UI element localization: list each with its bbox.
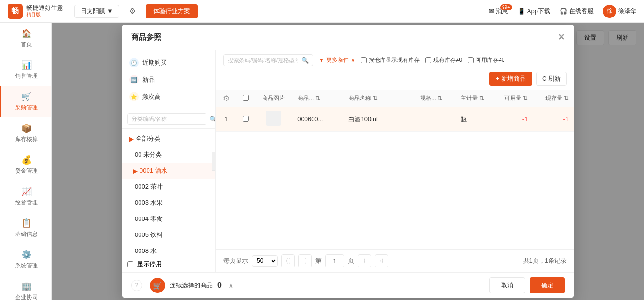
th-avail[interactable]: 可用量 ⇅ [493,90,534,107]
th-spec[interactable]: 规格... ⇅ [414,90,455,107]
quick-recent[interactable]: 🕐 近期购买 [122,54,215,71]
product-table-wrap: ⚙ 商品图片 商品... ⇅ [216,90,574,249]
quick-access: 🕐 近期购买 🆕 新品 ⭐ 频次高 [122,50,215,109]
th-code[interactable]: 商品... ⇅ [292,90,343,107]
home-icon: 🏠 [21,28,32,39]
table-row[interactable]: 1 000600... 白酒100ml [216,107,574,132]
category-search-icon[interactable]: 🔍 [209,116,216,123]
modal-title: 商品参照 [131,33,161,42]
collapse-icon: 《 [213,158,216,165]
category-all[interactable]: ▶ 全部分类 [122,131,215,147]
category-search-input[interactable] [127,113,206,125]
row-name: 白酒100ml [343,107,414,132]
stock-nonzero-check[interactable]: 现有库存≠0 [425,56,462,64]
th-name[interactable]: 商品名称 ⇅ [343,90,414,107]
row-avail: -1 [493,107,534,132]
add-product-button[interactable]: + 新增商品 [489,72,532,86]
next-page-button[interactable]: ⟩ [358,254,371,267]
collapse-cart-icon[interactable]: ∧ [228,281,234,290]
topbar: 畅 畅捷通好生意 精目版 日太阳膜 ▼ ⚙ 体验行业方案 ✉ 消息 99+ 📱 … [0,0,644,23]
category-0005[interactable]: 0005 饮料 [122,227,215,243]
th-unit[interactable]: 主计量 ⇅ [455,90,492,107]
th-stock[interactable]: 现存量 ⇅ [533,90,574,107]
select-all-checkbox[interactable] [243,95,249,101]
modal-close-button[interactable]: ✕ [558,32,565,42]
quick-freq[interactable]: ⭐ 频次高 [122,88,215,105]
show-disabled-checkbox[interactable] [127,261,133,267]
by-warehouse-check[interactable]: 按仓库显示现有库存 [361,56,420,64]
nav-selector[interactable]: 日太阳膜 ▼ [74,5,119,18]
page-label: 第 [315,257,322,265]
product-table: ⚙ 商品图片 商品... ⇅ [216,90,574,132]
settings-icon[interactable]: ⚙ [125,4,140,19]
category-label-0004: 0004 零食 [135,215,163,223]
category-0002[interactable]: 0002 茶叶 [122,179,215,195]
sidebar-item-system[interactable]: ⚙️ 系统管理 [0,244,51,275]
category-0004[interactable]: 0004 零食 [122,211,215,227]
phone-icon: 📱 [518,8,525,15]
confirm-button[interactable]: 确定 [530,277,565,293]
quick-new[interactable]: 🆕 新品 [122,71,215,88]
user-area[interactable]: 徐 徐泽华 [603,5,636,18]
trial-button[interactable]: 体验行业方案 [146,4,198,18]
th-settings[interactable]: ⚙ [216,90,236,107]
modal-body: 🕐 近期购买 🆕 新品 ⭐ 频次高 [122,50,574,272]
category-00[interactable]: 00 未分类 [122,147,215,163]
more-conditions-button[interactable]: ▼ 更多条件 ∧ [319,56,355,64]
sidebar-label-finance: 资金管理 [15,167,38,175]
row-check[interactable] [236,107,255,132]
freq-icon: ⭐ [129,92,139,101]
product-search-icon[interactable]: 🔍 [301,57,309,64]
continuous-label: 连续选择的商品 [170,281,213,290]
row-spec [414,107,455,132]
avail-nonzero-checkbox[interactable] [468,57,474,63]
online-service-item[interactable]: 🎧 在线客服 [560,7,594,16]
category-caret-all: ▶ [129,135,134,142]
th-select-all[interactable] [236,90,255,107]
collapse-panel-button[interactable]: 《 [212,152,216,171]
sidebar-item-basic-info[interactable]: 📋 基础信息 [0,212,51,244]
sidebar-label-system: 系统管理 [15,262,38,270]
sales-icon: 📊 [21,60,32,70]
category-0001[interactable]: ▶ 0001 酒水 [122,163,215,179]
stock-nonzero-checkbox[interactable] [425,57,431,63]
modal-left-panel: 🕐 近期购买 🆕 新品 ⭐ 频次高 [122,50,216,272]
by-warehouse-checkbox[interactable] [361,57,367,63]
product-search-input[interactable] [228,57,298,64]
row-checkbox[interactable] [243,116,249,122]
app-download-item[interactable]: 📱 App下载 [518,7,550,16]
refresh-button[interactable]: C 刷新 [536,72,567,86]
sidebar-item-purchase[interactable]: 🛒 采购管理 [0,86,51,117]
sidebar-item-enterprise[interactable]: 🏢 企业协同 [0,275,51,300]
sidebar-item-finance[interactable]: 💰 资金管理 [0,149,51,181]
cancel-button[interactable]: 取消 [489,277,525,293]
prev-page-button[interactable]: ⟨ [298,254,312,267]
avail-nonzero-check[interactable]: 可用库存≠0 [468,56,504,64]
first-page-button[interactable]: ⟨⟨ [281,254,295,267]
sidebar-item-home[interactable]: 🏠 首页 [0,23,51,54]
messages-item[interactable]: ✉ 消息 99+ [489,7,508,16]
modal-footer-left: 显示停用 [122,256,215,272]
sidebar-item-sales[interactable]: 📊 销售管理 [0,54,51,86]
modal-overlay: 商品参照 ✕ 🕐 近期购买 🆕 [52,23,644,300]
sidebar-item-inventory[interactable]: 📦 库存核算 [0,117,51,149]
sidebar: 🏠 首页 📊 销售管理 🛒 采购管理 📦 库存核算 💰 资金管理 📈 经营管理 … [0,23,52,300]
category-0008[interactable]: 0008 水 [122,243,215,256]
search-input-wrap: 🔍 [223,54,313,66]
sidebar-label-purchase: 采购管理 [15,104,38,112]
filter-bar-right: + 新增商品 C 刷新 [489,72,567,86]
category-label-0002: 0002 茶叶 [135,183,163,191]
category-label-0008: 0008 水 [135,247,157,255]
sidebar-label-home: 首页 [21,41,32,49]
last-page-button[interactable]: ⟩⟩ [375,254,388,267]
filter-bar: 🔍 ▼ 更多条件 ∧ 按仓库显示现有库存 [216,50,574,90]
help-icon[interactable]: ? [131,280,142,291]
sidebar-item-business[interactable]: 📈 经营管理 [0,181,51,212]
per-page-select[interactable]: 10 20 50 100 [252,255,278,267]
recent-icon: 🕐 [129,58,139,67]
category-0003[interactable]: 0003 水果 [122,195,215,211]
page-suffix: 页 [348,257,354,265]
cart-icon[interactable]: 🛒 [150,278,165,293]
new-icon: 🆕 [129,75,139,84]
page-number-input[interactable] [325,254,344,267]
